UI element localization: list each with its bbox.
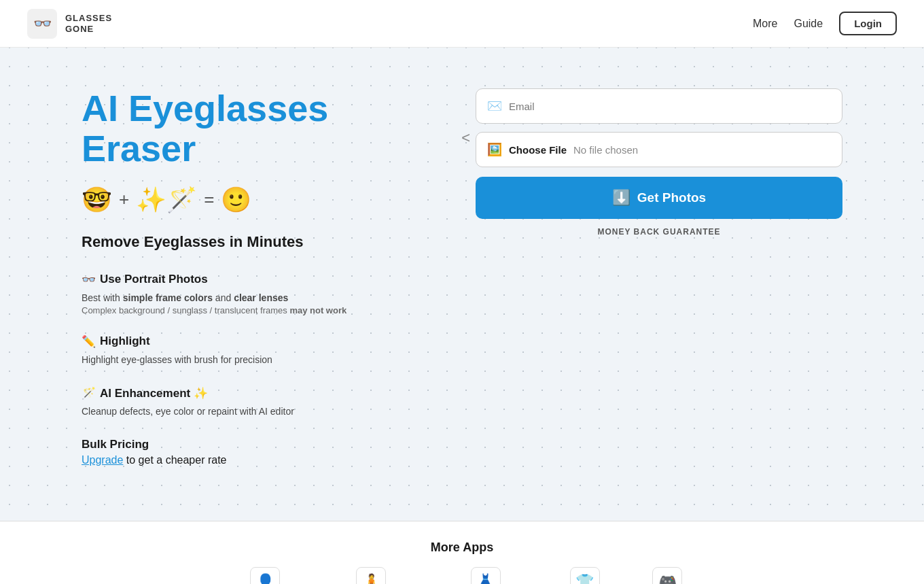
arrow-left-icon[interactable]: < xyxy=(461,129,470,147)
feature-ai-title: 🪄 AI Enhancement ✨ xyxy=(82,386,421,400)
app-item-0[interactable]: 👤Photo Bomb xyxy=(238,567,291,584)
form-panel: ✉️ 🖼️ Choose File No file chosen ⬇️ Get … xyxy=(476,88,842,237)
emoji-row: 🤓 + ✨🪄 = 🙂 xyxy=(82,186,421,214)
emoji-happy: 🙂 xyxy=(221,186,251,214)
plus-symbol: + xyxy=(119,189,129,210)
bulk-pricing: Bulk Pricing Upgrade to get a cheaper ra… xyxy=(82,438,421,466)
emoji-magic: ✨🪄 xyxy=(136,186,197,214)
feature-highlight-desc: Highlight eye-glasses with brush for pre… xyxy=(82,353,421,367)
app-icon-3: 👕 xyxy=(570,567,600,584)
feature-portrait-title: 👓 Use Portrait Photos xyxy=(82,273,421,287)
download-icon: ⬇️ xyxy=(612,189,630,207)
app-icon-2: 👗 xyxy=(471,567,501,584)
emoji-glasses: 🤓 xyxy=(82,186,112,214)
bulk-pricing-desc: Upgrade to get a cheaper rate xyxy=(82,454,421,466)
app-icon-1: 🧍 xyxy=(356,567,386,584)
logo-text: GLASSES GONE xyxy=(65,13,112,34)
app-item-4[interactable]: 🎮Pixel Art xyxy=(650,567,685,584)
left-column: AI Eyeglasses Eraser 🤓 + ✨🪄 = 🙂 Remove E… xyxy=(82,88,421,466)
choose-file-button[interactable]: Choose File xyxy=(509,144,567,156)
app-item-1[interactable]: 🧍Erase Background xyxy=(332,567,410,584)
header: 👓 GLASSES GONE More Guide Login xyxy=(0,0,924,48)
email-input-wrap[interactable]: ✉️ xyxy=(476,88,842,124)
feature-portrait: 👓 Use Portrait Photos Best with simple f… xyxy=(82,273,421,315)
nav-guide-link[interactable]: Guide xyxy=(794,18,823,30)
feature-portrait-desc: Best with simple frame colors and clear … xyxy=(82,291,421,305)
logo-icon: 👓 xyxy=(27,9,57,39)
email-input[interactable] xyxy=(509,101,831,112)
feature-ai-desc: Cleanup defects, eye color or repaint wi… xyxy=(82,405,421,419)
mail-icon: ✉️ xyxy=(487,99,502,114)
login-button[interactable]: Login xyxy=(839,12,897,35)
right-column: < ✉️ 🖼️ Choose File No file chosen ⬇️ Ge… xyxy=(461,88,842,466)
feature-portrait-note: Complex background / sunglass / transluc… xyxy=(82,305,421,315)
hero-title: AI Eyeglasses Eraser xyxy=(82,88,421,169)
file-icon: 🖼️ xyxy=(487,142,502,157)
logo-line2: GONE xyxy=(65,24,112,35)
logo-area: 👓 GLASSES GONE xyxy=(27,9,112,39)
glasses-feature-icon: 👓 xyxy=(82,273,96,287)
app-icon-4: 🎮 xyxy=(652,567,682,584)
upgrade-link[interactable]: Upgrade xyxy=(82,454,123,466)
nav-right: More Guide Login xyxy=(753,12,897,35)
feature-highlight-title: ✏️ Highlight xyxy=(82,334,421,349)
app-item-2[interactable]: 👗Erase & Replace xyxy=(451,567,520,584)
pencil-feature-icon: ✏️ xyxy=(82,334,96,349)
hero-subtitle: Remove Eyeglasses in Minutes xyxy=(82,233,421,251)
apps-row: 👤Photo Bomb🧍Erase Background👗Erase & Rep… xyxy=(0,567,924,584)
equals-symbol: = xyxy=(204,189,214,210)
app-item-3[interactable]: 👕Try Clothes xyxy=(561,567,609,584)
bulk-pricing-title: Bulk Pricing xyxy=(82,438,421,451)
more-apps-title: More Apps xyxy=(0,540,924,555)
wrench-feature-icon: 🪄 xyxy=(82,386,96,400)
file-input-wrap[interactable]: 🖼️ Choose File No file chosen xyxy=(476,132,842,167)
main-content: AI Eyeglasses Eraser 🤓 + ✨🪄 = 🙂 Remove E… xyxy=(0,48,924,494)
feature-ai: 🪄 AI Enhancement ✨ Cleanup defects, eye … xyxy=(82,386,421,419)
app-icon-0: 👤 xyxy=(250,567,280,584)
no-file-text: No file chosen xyxy=(573,144,638,156)
more-apps-section: More Apps 👤Photo Bomb🧍Erase Background👗E… xyxy=(0,521,924,584)
feature-highlight: ✏️ Highlight Highlight eye-glasses with … xyxy=(82,334,421,367)
nav-more-link[interactable]: More xyxy=(753,18,777,30)
money-back-text: MONEY BACK GUARANTEE xyxy=(476,227,842,237)
logo-line1: GLASSES xyxy=(65,13,112,24)
get-photos-button[interactable]: ⬇️ Get Photos xyxy=(476,177,842,219)
